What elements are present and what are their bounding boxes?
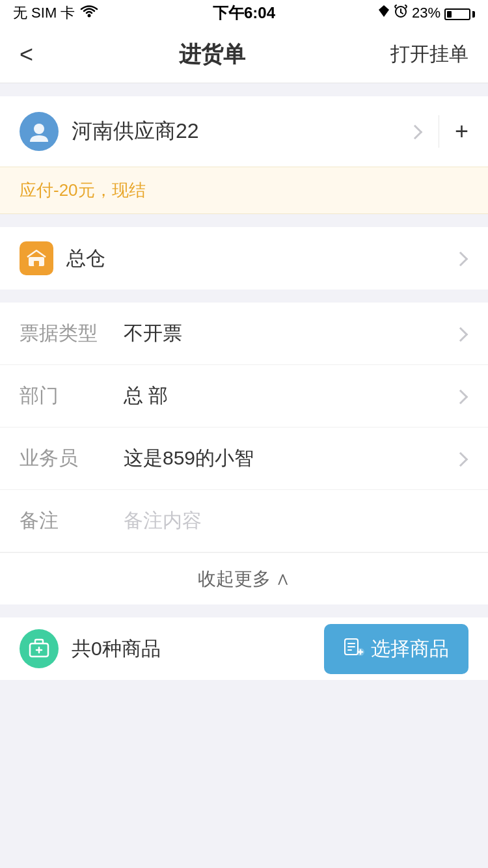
page-title: 进货单 — [179, 40, 245, 70]
nav-bar: < 进货单 打开挂单 — [0, 26, 488, 83]
supplier-chevron-icon — [410, 121, 423, 142]
supplier-row[interactable]: 河南供应商22 + — [0, 96, 488, 167]
battery-percent: 23% — [412, 5, 441, 21]
svg-point-0 — [88, 14, 91, 18]
invoice-type-label: 票据类型 — [20, 320, 124, 347]
invoice-type-chevron-icon — [455, 323, 468, 344]
supplier-name: 河南供应商22 — [72, 117, 410, 146]
select-product-icon — [344, 638, 364, 660]
vertical-divider — [439, 115, 439, 148]
fields-section: 票据类型 不开票 部门 总 部 业务员 这是859的小智 备注 备注内容 收起更… — [0, 303, 488, 604]
product-icon — [20, 629, 59, 668]
main-bg — [0, 680, 488, 868]
supplier-avatar — [20, 112, 59, 151]
status-bar-time: 下午6:04 — [213, 3, 275, 23]
section-gap-3 — [0, 290, 488, 303]
svg-rect-6 — [34, 261, 39, 266]
remark-label: 备注 — [20, 508, 124, 534]
product-count-label: 共0种商品 — [72, 636, 324, 662]
collapse-button[interactable]: 收起更多 ∧ — [0, 552, 488, 604]
warehouse-section: 总仓 — [0, 227, 488, 290]
department-chevron-icon — [455, 386, 468, 407]
wifi-icon — [80, 5, 98, 21]
section-gap-2 — [0, 214, 488, 227]
section-gap-1 — [0, 83, 488, 96]
add-supplier-button[interactable]: + — [455, 118, 468, 145]
svg-point-4 — [34, 124, 44, 134]
open-pending-button[interactable]: 打开挂单 — [390, 41, 468, 68]
notice-bar: 应付-20元，现结 — [0, 167, 488, 214]
select-product-button[interactable]: 选择商品 — [324, 624, 468, 674]
warehouse-name: 总仓 — [66, 245, 455, 272]
alarm-icon — [394, 5, 408, 21]
status-bar: 无 SIM 卡 下午6:04 23 — [0, 0, 488, 26]
location-icon — [378, 5, 390, 21]
back-button[interactable]: < — [20, 41, 33, 68]
warehouse-row[interactable]: 总仓 — [0, 227, 488, 290]
bottom-bar: 共0种商品 选择商品 — [0, 617, 488, 680]
status-bar-left: 无 SIM 卡 — [13, 3, 98, 23]
department-label: 部门 — [20, 383, 124, 409]
salesperson-label: 业务员 — [20, 445, 124, 472]
battery-icon — [444, 5, 475, 21]
section-gap-4 — [0, 604, 488, 617]
salesperson-row[interactable]: 业务员 这是859的小智 — [0, 427, 488, 490]
collapse-label: 收起更多 ∧ — [198, 567, 291, 591]
select-product-label: 选择商品 — [371, 636, 449, 662]
salesperson-value: 这是859的小智 — [124, 445, 455, 472]
invoice-type-value: 不开票 — [124, 320, 455, 347]
salesperson-chevron-icon — [455, 448, 468, 469]
carrier-label: 无 SIM 卡 — [13, 3, 75, 23]
status-bar-right: 23% — [378, 5, 475, 21]
remark-placeholder: 备注内容 — [124, 508, 468, 534]
department-row[interactable]: 部门 总 部 — [0, 365, 488, 427]
remark-row[interactable]: 备注 备注内容 — [0, 490, 488, 552]
warehouse-icon — [20, 241, 53, 275]
invoice-type-row[interactable]: 票据类型 不开票 — [0, 303, 488, 365]
supplier-section: 河南供应商22 + 应付-20元，现结 — [0, 96, 488, 214]
svg-line-3 — [401, 12, 403, 14]
warehouse-chevron-icon — [455, 248, 468, 269]
department-value: 总 部 — [124, 383, 455, 409]
